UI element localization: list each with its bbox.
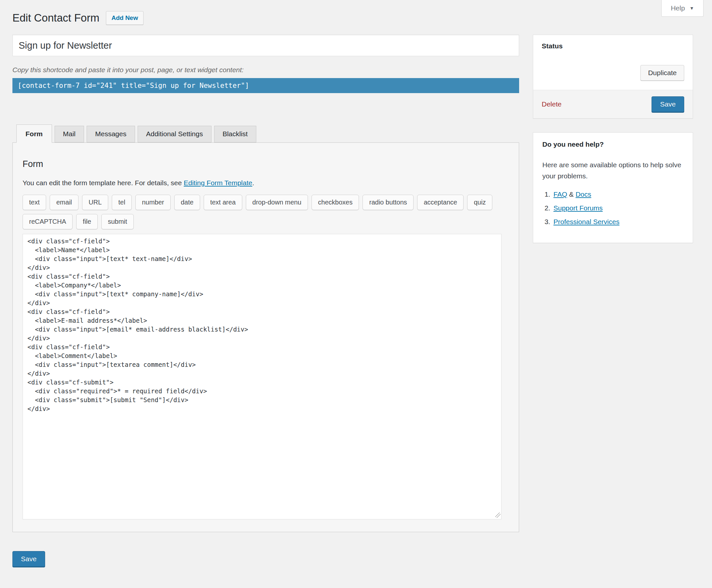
tag-generator-button[interactable]: acceptance — [417, 195, 464, 210]
content-columns: Copy this shortcode and paste it into yo… — [13, 35, 704, 567]
tag-generator-button[interactable]: reCAPTCHA — [23, 214, 73, 229]
tab-mail[interactable]: Mail — [55, 126, 84, 142]
help-list-item-support-forums: Support Forums — [552, 204, 684, 212]
panel-description-text: You can edit the form template here. For… — [23, 179, 184, 187]
panel-heading: Form — [23, 159, 509, 169]
shortcode-field[interactable]: [contact-form-7 id="241" title="Sign up … — [13, 78, 519, 93]
editor-tabs: Form Mail Messages Additional Settings B… — [13, 124, 519, 142]
chevron-down-icon: ▼ — [689, 5, 694, 11]
tag-generator-button[interactable]: drop-down menu — [246, 195, 308, 210]
help-box-intro: Here are some available options to help … — [542, 160, 684, 181]
help-list-item-professional-services: Professional Services — [552, 218, 684, 226]
status-box-title: Status — [542, 42, 684, 50]
tag-generator-button[interactable]: text area — [204, 195, 242, 210]
tag-generator-button[interactable]: checkboxes — [311, 195, 359, 210]
editing-form-template-link[interactable]: Editing Form Template — [184, 179, 252, 187]
help-item-separator: & — [567, 190, 576, 198]
help-button[interactable]: Help ▼ — [661, 0, 704, 17]
sidebar: Status Duplicate Delete Save Do you need… — [533, 35, 693, 252]
help-links-list: FAQ & Docs Support Forums Professional S… — [542, 190, 684, 226]
tag-generator-button[interactable]: URL — [82, 195, 108, 210]
help-box-title: Do you need help? — [542, 141, 684, 148]
delete-link[interactable]: Delete — [542, 100, 562, 108]
tag-generator-button[interactable]: number — [135, 195, 171, 210]
tag-generator-button[interactable]: quiz — [467, 195, 492, 210]
panel-description: You can edit the form template here. For… — [23, 179, 509, 187]
tag-generator-button[interactable]: radio buttons — [363, 195, 413, 210]
tag-generator-buttons: text email URL tel number date text area — [23, 195, 509, 229]
page-title: Edit Contact Form — [13, 12, 99, 24]
duplicate-row: Duplicate — [542, 65, 684, 81]
panel-description-period: . — [252, 179, 254, 187]
help-button-label: Help — [671, 4, 685, 12]
form-template-textarea[interactable]: <div class="cf-field"> <label>Name*</lab… — [23, 234, 502, 519]
docs-link[interactable]: Docs — [576, 190, 591, 198]
tag-generator-button[interactable]: date — [174, 195, 200, 210]
tag-generator-button[interactable]: file — [76, 214, 98, 229]
help-box: Do you need help? Here are some availabl… — [533, 132, 693, 243]
form-template-editor: <div class="cf-field"> <label>Name*</lab… — [23, 234, 509, 519]
textarea-resize-handle[interactable] — [495, 512, 501, 518]
faq-link[interactable]: FAQ — [553, 190, 567, 198]
status-box: Status Duplicate Delete Save — [533, 35, 693, 119]
tag-generator-button[interactable]: tel — [112, 195, 132, 210]
save-button-bottom[interactable]: Save — [13, 551, 45, 567]
footer-save-row: Save — [13, 551, 519, 567]
status-box-body: Status Duplicate — [533, 35, 693, 90]
tab-form[interactable]: Form — [16, 124, 52, 143]
help-list-item-faq-docs: FAQ & Docs — [552, 190, 684, 198]
save-button-sidebar[interactable]: Save — [652, 97, 684, 112]
tag-generator-button[interactable]: text — [23, 195, 46, 210]
tag-generator-button[interactable]: submit — [101, 214, 134, 229]
edit-contact-form-page: Help ▼ Edit Contact Form Add New Copy th… — [0, 0, 712, 567]
page-heading-row: Edit Contact Form Add New — [13, 0, 704, 25]
professional-services-link[interactable]: Professional Services — [553, 218, 619, 225]
status-box-footer: Delete Save — [533, 90, 693, 118]
form-title-input[interactable] — [13, 35, 519, 56]
shortcode-hint: Copy this shortcode and paste it into yo… — [13, 66, 519, 74]
tab-messages[interactable]: Messages — [87, 126, 135, 142]
add-new-button[interactable]: Add New — [106, 11, 143, 25]
duplicate-button[interactable]: Duplicate — [640, 65, 684, 81]
main-column: Copy this shortcode and paste it into yo… — [13, 35, 519, 567]
tag-generator-button[interactable]: email — [50, 195, 79, 210]
support-forums-link[interactable]: Support Forums — [553, 204, 603, 212]
tab-blacklist[interactable]: Blacklist — [214, 126, 256, 142]
form-tab-panel: Form You can edit the form template here… — [13, 142, 519, 532]
tab-additional-settings[interactable]: Additional Settings — [138, 126, 211, 142]
